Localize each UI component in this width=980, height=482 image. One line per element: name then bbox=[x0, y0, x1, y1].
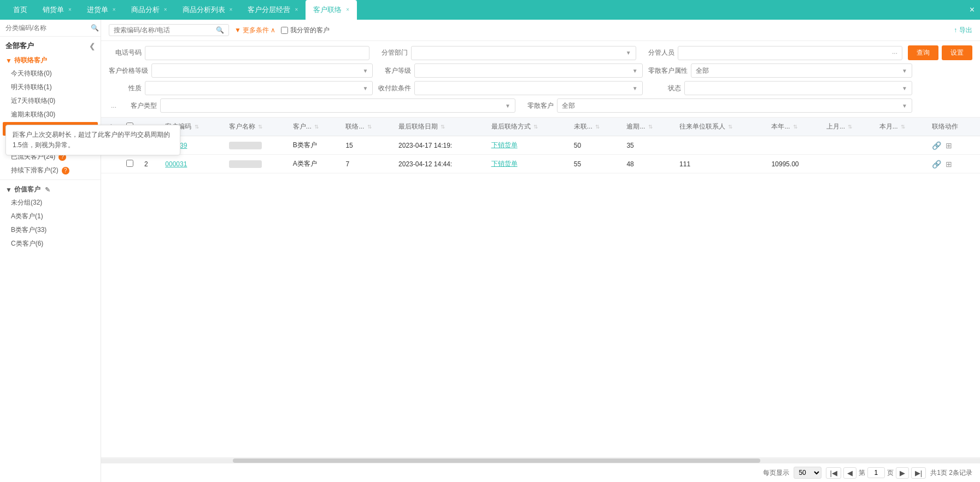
horizontal-scrollbar[interactable] bbox=[101, 457, 980, 463]
row2-code[interactable]: 000031 bbox=[160, 155, 224, 173]
filter-area: 电话号码 分管部门 ▼ 分管人员 ··· bbox=[101, 41, 980, 118]
row1-last-method[interactable]: 下销货单 bbox=[486, 136, 568, 155]
nav-customer-stratification[interactable]: 客户分层经营 × bbox=[240, 0, 306, 20]
contact-sort-icon[interactable]: ⇅ bbox=[367, 124, 372, 130]
filter-row-2: 客户价格等级 ▼ 客户等级 ▼ 零散客户属性 全部 bbox=[109, 63, 972, 78]
row2-checkbox[interactable] bbox=[121, 155, 139, 173]
sidebar-collapse-icon[interactable]: ❮ bbox=[89, 42, 95, 50]
payment-select[interactable]: ▼ bbox=[414, 81, 642, 95]
sidebar-item-today[interactable]: 今天待联络(0) bbox=[0, 67, 101, 80]
declining-hint-icon: ? bbox=[62, 167, 69, 175]
grade-select[interactable]: ▼ bbox=[414, 63, 642, 78]
nav-purchase-order[interactable]: 进货单 × bbox=[79, 0, 124, 20]
sidebar-item-ungrouped[interactable]: 未分组(32) bbox=[0, 196, 101, 210]
name-sort-icon[interactable]: ⇅ bbox=[258, 124, 262, 130]
sidebar-all-customers[interactable]: 全部客户 ❮ bbox=[0, 37, 101, 53]
last-method-sort-icon[interactable]: ⇅ bbox=[533, 124, 538, 130]
pagination-prev-button[interactable]: ◀ bbox=[843, 467, 856, 479]
row2-contact: 7 bbox=[340, 155, 393, 173]
my-customers-checkbox[interactable]: 我分管的客户 bbox=[281, 26, 330, 35]
nav-sales-order[interactable]: 销货单 × bbox=[35, 0, 79, 20]
row1-action: 🔗 ⊞ bbox=[926, 136, 980, 155]
filter-row-3: 性质 ▼ 收付款条件 ▼ 状态 bbox=[109, 81, 972, 95]
customer-type-select[interactable]: ▼ bbox=[160, 98, 515, 113]
page-number-input[interactable] bbox=[867, 467, 885, 478]
staff-select[interactable]: ··· bbox=[678, 46, 902, 60]
table-row: 1 000039 B类客户 15 2023-04-17 14:19: 下销货单 … bbox=[101, 136, 980, 155]
filter-icon: ▼ bbox=[234, 26, 241, 34]
nav-customer-contact[interactable]: 客户联络 × bbox=[306, 0, 357, 20]
search-input[interactable] bbox=[114, 26, 213, 34]
nav-purchase-order-close[interactable]: × bbox=[113, 0, 116, 20]
filter-phone: 电话号码 bbox=[109, 46, 369, 60]
row1-more-icon[interactable]: ⊞ bbox=[946, 141, 952, 150]
tooltip-box: 距客户上次交易时长，超过了此客户的平均交易周期的1.5倍，则视为异常。 bbox=[5, 125, 180, 155]
sidebar: 🔍 全部客户 ❮ ▼ 待联络客户 今天待联络(0) 明天待联络(1) 近7天待联… bbox=[0, 20, 101, 482]
nav-customer-stratification-close[interactable]: × bbox=[295, 0, 298, 20]
sidebar-search-input[interactable] bbox=[5, 24, 87, 32]
last-month-sort-icon[interactable]: ⇅ bbox=[848, 124, 852, 130]
scroll-track bbox=[101, 458, 980, 463]
row1-link-icon[interactable]: 🔗 bbox=[932, 141, 941, 150]
status-select[interactable]: ▼ bbox=[684, 81, 912, 95]
row1-overdue: 35 bbox=[621, 136, 674, 155]
nav-product-analysis-list-close[interactable]: × bbox=[230, 0, 233, 20]
sidebar-item-7days[interactable]: 近7天待联络(0) bbox=[0, 94, 101, 108]
table-row: 2 000031 A类客户 7 2023-04-12 14:44: 下销货单 5… bbox=[101, 155, 980, 173]
sidebar-item-declining[interactable]: 持续下滑客户(2) ? bbox=[0, 164, 101, 177]
sidebar-pending-contact-group[interactable]: ▼ 待联络客户 bbox=[0, 53, 101, 67]
pagination-last-button[interactable]: ▶| bbox=[911, 467, 926, 479]
status-chevron-icon: ▼ bbox=[902, 85, 907, 91]
per-page-select[interactable]: 50 100 200 bbox=[794, 467, 821, 479]
col-last-method: 最后联络方式 ⇅ bbox=[486, 118, 568, 136]
this-year-sort-icon[interactable]: ⇅ bbox=[793, 124, 797, 130]
toolbar: 🔍 ▼ 更多条件 ∧ 我分管的客户 ↑ 导出 bbox=[101, 20, 980, 41]
pending-arrow-icon: ▼ bbox=[5, 57, 12, 65]
row2-more-icon[interactable]: ⊞ bbox=[946, 160, 952, 169]
sidebar-value-customer-group[interactable]: ▼ 价值客户 ✎ bbox=[0, 182, 101, 196]
value-customer-edit-icon[interactable]: ✎ bbox=[45, 186, 50, 194]
row2-last-method[interactable]: 下销货单 bbox=[486, 155, 568, 173]
code-sort-icon[interactable]: ⇅ bbox=[195, 124, 199, 130]
pagination-first-button[interactable]: |◀ bbox=[826, 467, 841, 479]
nav-product-analysis-close[interactable]: × bbox=[164, 0, 167, 20]
row2-link-icon[interactable]: 🔗 bbox=[932, 160, 941, 169]
filter-price-grade: 客户价格等级 ▼ bbox=[109, 63, 373, 78]
pagination-next-button[interactable]: ▶ bbox=[896, 467, 909, 479]
phone-input[interactable] bbox=[145, 46, 369, 60]
sidebar-item-overdue[interactable]: 逾期未联络(30) bbox=[0, 108, 101, 121]
staff-dots-icon: ··· bbox=[892, 49, 897, 57]
settings-button[interactable]: 设置 bbox=[942, 45, 972, 60]
this-month-sort-icon[interactable]: ⇅ bbox=[901, 124, 905, 130]
export-button[interactable]: ↑ 导出 bbox=[954, 26, 972, 35]
sidebar-item-class-c[interactable]: C类客户(6) bbox=[0, 237, 101, 251]
nav-product-analysis[interactable]: 商品分析 × bbox=[124, 0, 175, 20]
col-overdue: 逾期... ⇅ bbox=[621, 118, 674, 136]
my-customers-check[interactable] bbox=[281, 27, 288, 34]
nav-home[interactable]: 首页 bbox=[5, 0, 35, 20]
sidebar-search-icon[interactable]: 🔍 bbox=[91, 24, 99, 32]
price-grade-select[interactable]: ▼ bbox=[151, 63, 373, 78]
filter-dept: 分管部门 ▼ bbox=[375, 46, 636, 60]
type-sort-icon[interactable]: ⇅ bbox=[314, 124, 319, 130]
retail-attr-select[interactable]: 全部 ▼ bbox=[691, 63, 912, 78]
uncontacted-sort-icon[interactable]: ⇅ bbox=[595, 124, 600, 130]
retail-customer-select[interactable]: 全部 ▼ bbox=[557, 98, 912, 113]
sidebar-item-class-a[interactable]: A类客户(1) bbox=[0, 210, 101, 223]
unit-contact-sort-icon[interactable]: ⇅ bbox=[728, 124, 732, 130]
search-box[interactable]: 🔍 bbox=[109, 24, 229, 36]
query-button[interactable]: 查询 bbox=[908, 45, 938, 60]
sidebar-item-class-b[interactable]: B类客户(33) bbox=[0, 223, 101, 237]
filter-dots[interactable]: ... bbox=[109, 102, 119, 109]
nav-product-analysis-list[interactable]: 商品分析列表 × bbox=[175, 0, 240, 20]
nav-customer-contact-close[interactable]: × bbox=[346, 0, 349, 20]
nav-sales-order-close[interactable]: × bbox=[68, 0, 72, 20]
gender-select[interactable]: ▼ bbox=[145, 81, 373, 95]
overdue-sort-icon[interactable]: ⇅ bbox=[648, 124, 653, 130]
sidebar-item-tomorrow[interactable]: 明天待联络(1) bbox=[0, 80, 101, 94]
close-all-tabs-button[interactable]: × bbox=[970, 5, 975, 15]
dept-select[interactable]: ▼ bbox=[411, 46, 636, 60]
last-date-sort-icon[interactable]: ⇅ bbox=[441, 124, 445, 130]
more-conditions-button[interactable]: ▼ 更多条件 ∧ bbox=[234, 26, 275, 35]
scroll-thumb[interactable] bbox=[233, 458, 760, 463]
